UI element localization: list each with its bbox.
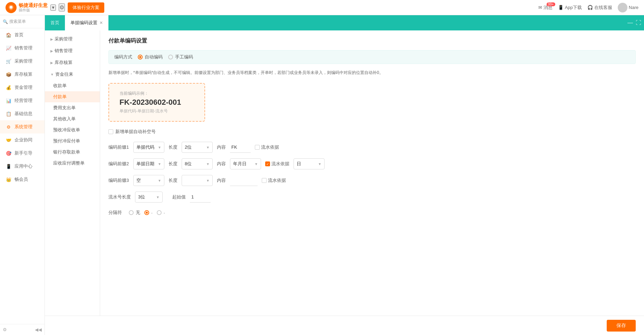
flow-unit-select[interactable]: 日 ▼ <box>294 158 325 169</box>
flow-check-1[interactable] <box>255 145 260 150</box>
sep-dot-option[interactable]: · <box>144 210 153 215</box>
sidebar-item-home[interactable]: 🏠 首页 <box>0 28 45 41</box>
collapse-sidebar-icon[interactable]: ◀◀ <box>35 327 42 332</box>
svg-point-0 <box>10 6 12 9</box>
sub-nav-bank-deposit[interactable]: 银行存取款单 <box>45 147 100 158</box>
sub-nav-expense[interactable]: 费用支出单 <box>45 102 100 113</box>
module-dropdown[interactable]: ▼ <box>50 4 56 11</box>
sep-none-option[interactable]: 无 <box>129 210 140 216</box>
sub-nav-inventory[interactable]: ▶ 库存核算 <box>45 57 100 68</box>
auto-encoding-radio[interactable] <box>138 55 143 59</box>
chevron-down-icon: ▼ <box>158 179 161 183</box>
start-value-input[interactable]: 1 <box>190 192 211 203</box>
serial-label: 流水号长度 <box>108 194 131 200</box>
tab-close-button[interactable]: ✕ <box>99 20 103 25</box>
settings-gear-button[interactable]: ⚙ <box>59 3 65 11</box>
length1-select[interactable]: 2位 ▼ <box>182 142 213 153</box>
encoding-mode-bar: 编码方式 自动编码 手工编码 <box>108 50 636 64</box>
collab-icon: 🤝 <box>6 137 12 143</box>
user-menu[interactable]: Nare <box>618 3 638 12</box>
sub-nav-receipt[interactable]: 收款单 <box>45 80 100 91</box>
sep-dash-option[interactable]: · <box>157 210 165 215</box>
sep-dot-radio[interactable] <box>144 210 149 215</box>
chevron-down-icon: ▼ <box>318 162 321 166</box>
content3-label: 内容 <box>217 177 226 184</box>
prefix2-select[interactable]: 单据日期 ▼ <box>133 158 164 169</box>
sidebar-item-inventory[interactable]: 📦 库存核算 <box>0 68 45 81</box>
save-button[interactable]: 保存 <box>607 320 636 332</box>
sub-nav-payment[interactable]: 付款单 <box>45 91 100 102</box>
trial-button[interactable]: 体验行业方案 <box>68 2 104 13</box>
auto-encoding-option[interactable]: 自动编码 <box>138 54 163 60</box>
search-menu-button[interactable]: 🔍 搜索菜单 <box>0 15 45 28</box>
length3-select[interactable]: ▼ <box>182 175 213 186</box>
flow-checkbox-3[interactable]: 流水依据 <box>262 177 286 184</box>
prefix3-select[interactable]: 空 ▼ <box>133 175 164 186</box>
start-label: 起始值 <box>172 194 186 200</box>
chevron-down-icon: ▼ <box>156 195 160 199</box>
tab-encoding[interactable]: 单据编码设置 ✕ <box>65 15 108 30</box>
sub-nav-adjustment[interactable]: 应收应付调整单 <box>45 158 100 169</box>
sidebar-item-basic[interactable]: 📋 基础信息 <box>0 107 45 120</box>
main-panel: 付款单编码设置 编码方式 自动编码 手工编码 新增单据时，*单据编码*自动生成，… <box>100 30 644 316</box>
settings-bottom-icon[interactable]: ⚙ <box>3 327 7 332</box>
flow-checkbox-1[interactable]: 流水依据 <box>255 144 279 150</box>
online-service-button[interactable]: 🎧 在线客服 <box>587 4 612 11</box>
logo-icon <box>6 2 17 13</box>
arrow-icon: ▶ <box>50 49 53 53</box>
info-text: 新增单据时，*单据编码*自动生成，不可编辑。前缀设置为部门、业务员等档案类，开单… <box>108 69 636 76</box>
service-icon: 🎧 <box>587 5 593 10</box>
sub-nav-capital[interactable]: ▼ 资金往来 <box>45 68 100 80</box>
length2-select[interactable]: 8位 ▼ <box>182 158 213 169</box>
tab-home[interactable]: 首页 <box>45 15 65 30</box>
sub-nav-sales[interactable]: ▶ 销售管理 <box>45 45 100 57</box>
minimize-icon[interactable]: — <box>627 20 633 26</box>
sidebar-item-collab[interactable]: 🤝 企业协同 <box>0 133 45 147</box>
message-button[interactable]: ✉ 消息 99+ <box>538 4 552 11</box>
flow-checkbox-2[interactable]: ✓ 流水依据 <box>265 161 289 167</box>
app-download-button[interactable]: 📱 App下载 <box>558 4 582 11</box>
arrow-icon: ▶ <box>50 61 53 65</box>
code-preview-box: 当前编码示例： FK-20230602-001 单据代码-单据日期-流水号 <box>108 83 205 122</box>
sidebar-item-purchase[interactable]: 🛒 采购管理 <box>0 55 45 68</box>
sidebar-item-system[interactable]: ⚙ 系统管理 <box>0 120 45 133</box>
serial-row: 流水号长度 3位 ▼ 起始值 1 <box>108 192 636 203</box>
sub-nav-purchase[interactable]: ▶ 采购管理 <box>45 33 100 45</box>
sales-icon: 📈 <box>6 45 12 51</box>
content3-value <box>230 175 258 186</box>
sidebar-item-member[interactable]: 👑 畅会员 <box>0 173 45 186</box>
avatar <box>618 3 627 12</box>
config-row-2: 编码前缀2 单据日期 ▼ 长度 8位 ▼ 内容 年月日 ▼ <box>108 158 636 169</box>
chevron-down-icon: ▼ <box>254 162 258 166</box>
sidebar-item-sales[interactable]: 📈 销售管理 <box>0 41 45 55</box>
flow-check-2[interactable]: ✓ <box>265 161 270 166</box>
sep-none-radio[interactable] <box>129 210 134 215</box>
sep-dash-radio[interactable] <box>157 210 162 215</box>
manual-encoding-radio[interactable] <box>168 55 173 59</box>
manual-encoding-option[interactable]: 手工编码 <box>168 54 193 60</box>
sidebar-item-app-center[interactable]: 📱 应用中心 <box>0 160 45 173</box>
prefix1-select[interactable]: 单据代码 ▼ <box>133 142 164 153</box>
sub-nav-other-income[interactable]: 其他收入单 <box>45 113 100 124</box>
chevron-down-icon: ▼ <box>206 162 210 166</box>
maximize-icon[interactable]: ⛶ <box>636 20 641 26</box>
logo-text: 畅捷通好生意 插件版 <box>19 2 48 13</box>
auto-fill-checkbox[interactable] <box>108 129 113 134</box>
sub-nav-prepay-payment[interactable]: 预付冲应付单 <box>45 136 100 147</box>
content2-select[interactable]: 年月日 ▼ <box>230 158 261 169</box>
app-center-icon: 📱 <box>6 163 12 169</box>
sub-nav-prepay-receipt[interactable]: 预收冲应收单 <box>45 124 100 136</box>
basic-icon: 📋 <box>6 111 12 117</box>
arrow-icon: ▶ <box>50 37 53 41</box>
serial-select[interactable]: 3位 ▼ <box>135 192 163 203</box>
flow-check-3[interactable] <box>262 178 267 183</box>
content1-label: 内容 <box>217 144 226 150</box>
sidebar-item-operations[interactable]: 📊 经营管理 <box>0 94 45 107</box>
sidebar-item-finance[interactable]: 💰 资金管理 <box>0 81 45 94</box>
message-icon: ✉ <box>538 5 542 10</box>
chevron-down-icon: ▼ <box>158 162 161 166</box>
finance-icon: 💰 <box>6 84 12 91</box>
chevron-down-icon: ▼ <box>158 146 161 149</box>
sidebar-item-guide[interactable]: 🎯 新手引导 <box>0 147 45 160</box>
tab-bar: 首页 单据编码设置 ✕ — ⛶ <box>45 15 644 30</box>
